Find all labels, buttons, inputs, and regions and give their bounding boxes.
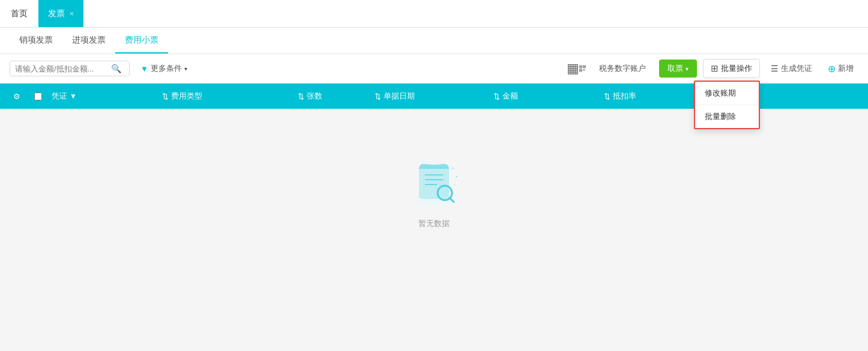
th-amount-label: 金额 [502, 91, 518, 102]
th-expense-label: 费用类型 [171, 91, 202, 102]
th-rate-label: 抵扣率 [613, 91, 636, 102]
th-gear[interactable]: ⚙ [5, 92, 29, 101]
svg-text:✦: ✦ [455, 175, 458, 179]
th-rate-sort-icon: ⇅ [604, 92, 610, 101]
th-voucher-label: 凭证 [52, 91, 67, 102]
th-voucher-filter-icon: ▼ [70, 92, 77, 100]
select-all-checkbox[interactable] [34, 93, 42, 100]
tax-account-button[interactable]: 税务数字账户 [592, 60, 653, 78]
svg-rect-7 [585, 69, 585, 70]
svg-rect-5 [580, 70, 582, 71]
th-amount-sort-icon: ⇅ [493, 92, 500, 101]
th-amount[interactable]: ⇅ 金额 [489, 91, 599, 102]
svg-rect-6 [583, 69, 584, 70]
sub-nav-input[interactable]: 进项发票 [62, 28, 115, 53]
batch-btn-wrapper: ⊞ 批量操作 修改账期 批量删除 [703, 59, 760, 78]
nav-tab-close[interactable]: × [70, 10, 74, 18]
filter-icon: ▼ [140, 64, 148, 73]
dropdown-item-batch-delete[interactable]: 批量删除 [695, 105, 759, 128]
th-expense-type[interactable]: ⇅ 费用类型 [157, 91, 293, 102]
take-ticket-label: 取票 [668, 63, 683, 74]
svg-rect-1 [580, 66, 582, 67]
batch-operation-button[interactable]: ⊞ 批量操作 [703, 59, 760, 78]
empty-icon: ✦ ✦ ✦ [404, 157, 464, 211]
toolbar: 🔍 ▼ 更多条件 ▾ ▦ 税务数字账户 [0, 54, 868, 84]
voucher-label: 生成凭证 [781, 63, 812, 74]
take-ticket-button[interactable]: 取票 ▾ [659, 60, 697, 78]
svg-rect-8 [583, 70, 584, 71]
svg-text:✦: ✦ [451, 166, 455, 171]
empty-label: 暂无数据 [418, 218, 450, 229]
add-button[interactable]: ⊕ 新增 [823, 60, 858, 78]
search-box[interactable]: 🔍 [10, 61, 130, 76]
th-count-sort-icon: ⇅ [298, 92, 304, 101]
th-date[interactable]: ⇅ 单据日期 [370, 91, 489, 102]
top-nav: 首页 发票 × [0, 0, 868, 28]
toolbar-left: 🔍 ▼ 更多条件 ▾ [10, 61, 192, 76]
batch-icon: ⊞ [711, 63, 719, 74]
qr-svg-icon [579, 62, 586, 75]
svg-rect-10 [584, 70, 585, 70]
svg-text:✦: ✦ [453, 183, 456, 186]
dropdown-item-modify-period[interactable]: 修改账期 [695, 82, 759, 105]
voucher-icon: ☰ [771, 64, 779, 73]
sub-nav: 销项发票 进项发票 费用小票 [0, 28, 868, 54]
filter-button[interactable]: ▼ 更多条件 ▾ [136, 61, 192, 76]
nav-tab-invoice[interactable]: 发票 × [38, 0, 83, 27]
add-label: 新增 [838, 63, 854, 74]
qr-button[interactable]: ▦ [567, 59, 586, 78]
th-voucher[interactable]: 凭证 ▼ [47, 91, 157, 102]
th-date-sort-icon: ⇅ [375, 92, 381, 101]
search-icon[interactable]: 🔍 [111, 64, 121, 73]
nav-home[interactable]: 首页 [0, 0, 38, 27]
th-count-label: 张数 [307, 91, 322, 102]
filter-chevron-icon: ▾ [184, 66, 187, 72]
take-chevron-icon: ▾ [686, 66, 689, 72]
th-sort-up-icon: ⇅ [162, 92, 169, 101]
svg-rect-9 [585, 70, 585, 71]
th-checkbox[interactable] [29, 93, 47, 100]
th-date-label: 单据日期 [384, 91, 415, 102]
svg-point-16 [441, 189, 449, 197]
sub-nav-sales[interactable]: 销项发票 [10, 28, 62, 53]
qr-icon: ▦ [567, 61, 579, 76]
th-rate[interactable]: ⇅ 抵扣率 [599, 91, 693, 102]
search-input[interactable] [15, 64, 111, 73]
gear-icon: ⚙ [13, 92, 20, 101]
add-icon: ⊕ [828, 63, 836, 75]
sub-nav-expense[interactable]: 费用小票 [115, 28, 168, 53]
toolbar-right: ▦ 税务数字账户 取票 ▾ ⊞ 批量操作 [567, 59, 858, 78]
generate-voucher-button[interactable]: ☰ 生成凭证 [766, 60, 817, 78]
empty-state: ✦ ✦ ✦ 暂无数据 [0, 109, 868, 253]
th-count[interactable]: ⇅ 张数 [293, 91, 370, 102]
nav-tab-label: 发票 [48, 8, 65, 19]
batch-label: 批量操作 [721, 63, 752, 74]
svg-rect-3 [584, 66, 585, 67]
batch-dropdown-menu: 修改账期 批量删除 [694, 81, 760, 129]
filter-label: 更多条件 [151, 63, 182, 74]
